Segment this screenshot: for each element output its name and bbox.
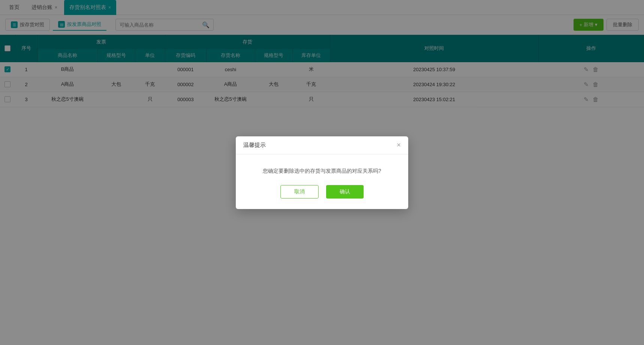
modal-overlay: 温馨提示 × 您确定要删除选中的存货与发票商品的对应关系吗? 取消 确认 <box>0 0 644 345</box>
modal-message: 您确定要删除选中的存货与发票商品的对应关系吗? <box>263 168 381 174</box>
modal-confirm-label: 确认 <box>340 188 350 194</box>
modal-body: 您确定要删除选中的存货与发票商品的对应关系吗? <box>236 154 408 185</box>
modal-cancel-button[interactable]: 取消 <box>280 185 319 199</box>
modal-close-icon[interactable]: × <box>397 142 401 148</box>
modal-confirm-button[interactable]: 确认 <box>326 185 364 199</box>
modal-footer: 取消 确认 <box>236 185 408 209</box>
modal-header: 温馨提示 × <box>236 136 408 154</box>
modal-dialog: 温馨提示 × 您确定要删除选中的存货与发票商品的对应关系吗? 取消 确认 <box>236 136 408 209</box>
modal-title: 温馨提示 <box>243 142 266 149</box>
modal-cancel-label: 取消 <box>294 188 305 194</box>
